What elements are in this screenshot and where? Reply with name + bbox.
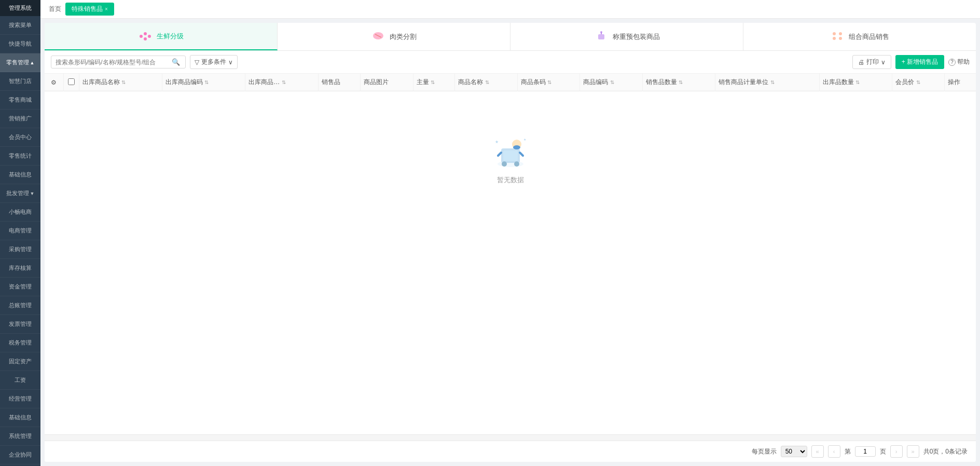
sidebar-item-base-info2[interactable]: 基础信息	[0, 408, 40, 427]
svg-point-1	[144, 32, 147, 35]
sidebar-item-general-ledger[interactable]: 总账管理	[0, 296, 40, 315]
col-sales-goods-label: 销售品	[322, 78, 340, 86]
col-goods-barcode[interactable]: 商品条码	[517, 74, 579, 91]
tab-fresh-grade[interactable]: 生鲜分级	[45, 23, 278, 50]
print-button[interactable]: 🖨 打印 ∨	[852, 55, 891, 69]
sidebar-label-invoice-mgmt: 发票管理	[2, 320, 38, 328]
svg-point-17	[513, 145, 520, 149]
sidebar-item-marketing[interactable]: 营销推广	[0, 109, 40, 128]
col-goods-code[interactable]: 商品编码	[580, 74, 642, 91]
sidebar-label-retail-mall: 零售商城	[2, 96, 38, 104]
settings-icon[interactable]: ⚙	[51, 79, 57, 86]
sidebar-item-inventory[interactable]: 库存核算	[0, 259, 40, 278]
sidebar-item-batch-mgmt[interactable]: 批发管理 ▼	[0, 184, 40, 203]
search-box[interactable]: 🔍	[51, 56, 186, 68]
col-main-qty-label: 主量	[417, 78, 429, 86]
sidebar-item-wages[interactable]: 工资	[0, 371, 40, 390]
table-container: ⚙ 出库商品名称 出库商品编码 出库商品…	[45, 74, 976, 434]
toolbar-right: 🖨 打印 ∨ + 新增销售品 ? 帮助	[852, 55, 970, 69]
first-page-button[interactable]: «	[811, 445, 824, 458]
sidebar-item-smart-store[interactable]: 智慧门店	[0, 72, 40, 91]
svg-line-18	[498, 153, 501, 156]
svg-point-8	[600, 31, 602, 33]
sidebar-label-ecom-mgmt: 电商管理	[2, 227, 38, 235]
sidebar-item-retail-mgmt[interactable]: 零售管理 ▲	[0, 53, 40, 72]
sidebar-label-quick-nav: 快捷导航	[2, 40, 38, 48]
svg-point-0	[140, 35, 143, 38]
svg-point-9	[833, 32, 836, 35]
page-label: 第	[845, 447, 851, 456]
svg-text:★: ★	[495, 140, 499, 144]
sidebar-item-fixed-assets[interactable]: 固定资产	[0, 352, 40, 371]
active-tab[interactable]: 特殊销售品 ×	[65, 3, 114, 16]
sidebar-item-invoice-mgmt[interactable]: 发票管理	[0, 315, 40, 334]
add-sales-item-button[interactable]: + 新增销售品	[895, 55, 944, 69]
sidebar-item-sys-mgmt[interactable]: 系统管理	[0, 427, 40, 446]
sidebar-label-member-center: 会员中心	[2, 133, 38, 141]
next-page-button[interactable]: ›	[890, 445, 903, 458]
col-goods-image-label: 商品图片	[364, 78, 389, 86]
filter-button[interactable]: ▽ 更多条件 ∨	[190, 55, 238, 69]
home-link[interactable]: 首页	[49, 5, 61, 13]
search-input[interactable]	[56, 59, 170, 66]
sidebar-label-retail-stats: 零售统计	[2, 152, 38, 160]
col-checkbox[interactable]	[63, 74, 79, 91]
col-goods-name[interactable]: 商品名称	[455, 74, 517, 91]
prev-page-icon: ‹	[833, 448, 835, 455]
per-page-select[interactable]: 10 20 50 100	[781, 446, 807, 457]
sidebar-item-enterprise[interactable]: 企业协同	[0, 446, 40, 464]
col-sales-goods: 销售品	[318, 74, 361, 91]
per-page-label: 每页显示	[752, 447, 777, 456]
last-page-button[interactable]: »	[907, 445, 919, 458]
select-all-checkbox[interactable]	[68, 78, 75, 85]
col-main-qty[interactable]: 主量	[413, 74, 455, 91]
help-button[interactable]: ? 帮助	[948, 58, 970, 66]
prev-page-button[interactable]: ‹	[828, 445, 840, 458]
svg-point-12	[839, 37, 842, 40]
table-header: ⚙ 出库商品名称 出库商品编码 出库商品…	[45, 74, 976, 91]
sidebar-item-mini-ecom[interactable]: 小畅电商	[0, 203, 40, 222]
sidebar-item-ops-mgmt[interactable]: 经营管理	[0, 390, 40, 408]
sidebar-label-smart-store: 智慧门店	[2, 77, 38, 85]
tab-meat-cut-label: 肉类分割	[390, 32, 417, 42]
sidebar-item-basic-info[interactable]: 基础信息	[0, 166, 40, 184]
sidebar-label-purchase-mgmt: 采购管理	[2, 245, 38, 253]
chevron-down-icon: ▲	[30, 60, 35, 65]
col-out-goods-spec[interactable]: 出库商品…	[245, 74, 318, 91]
sidebar-item-tax-mgmt[interactable]: 税务管理	[0, 334, 40, 352]
total-label: 共0页，0条记录	[923, 447, 968, 456]
empty-row: ★ ★ 暂无数据	[45, 91, 976, 227]
pagination-bar: 每页显示 10 20 50 100 « ‹ 第 页 › » 共0页，0条记录	[45, 441, 976, 462]
page-input[interactable]	[855, 446, 876, 457]
sidebar-item-search-menu[interactable]: 搜索菜单	[0, 16, 40, 35]
sidebar-item-retail-stats[interactable]: 零售统计	[0, 147, 40, 166]
tab-weighed-pack-label: 称重预包装商品	[613, 32, 660, 42]
col-settings[interactable]: ⚙	[45, 74, 63, 91]
sidebar-item-ecom-mgmt[interactable]: 电商管理	[0, 222, 40, 240]
col-member-price[interactable]: 会员价	[892, 74, 944, 91]
col-sales-qty[interactable]: 销售品数量	[642, 74, 715, 91]
sidebar-item-member-center[interactable]: 会员中心	[0, 128, 40, 147]
col-out-goods-name[interactable]: 出库商品名称	[79, 74, 162, 91]
bottom-scrollbar[interactable]	[45, 434, 976, 441]
main-content: 首页 特殊销售品 × 生鲜分级	[40, 0, 980, 466]
tab-close-button[interactable]: ×	[105, 6, 108, 12]
filter-label: 更多条件	[201, 58, 226, 66]
tab-meat-cut[interactable]: 肉类分割	[278, 23, 510, 50]
sidebar-item-quick-nav[interactable]: 快捷导航	[0, 35, 40, 53]
tab-weighed-pack[interactable]: 称重预包装商品	[510, 23, 743, 50]
col-sales-unit[interactable]: 销售商品计量单位	[715, 74, 819, 91]
col-out-goods-name-label: 出库商品名称	[82, 78, 120, 86]
sidebar-item-finance[interactable]: 资金管理	[0, 278, 40, 296]
tab-combo-sales[interactable]: 组合商品销售	[743, 23, 976, 50]
sidebar-label-retail-mgmt: 零售管理	[6, 59, 29, 66]
svg-line-19	[520, 153, 523, 156]
col-operation-label: 操作	[948, 78, 960, 86]
logo-text: 管理系统	[9, 4, 32, 12]
sidebar-item-purchase-mgmt[interactable]: 采购管理	[0, 240, 40, 259]
col-out-qty[interactable]: 出库品数量	[819, 74, 892, 91]
sidebar-item-retail-mall[interactable]: 零售商城	[0, 91, 40, 109]
col-sales-unit-label: 销售商品计量单位	[719, 78, 768, 86]
col-out-goods-code[interactable]: 出库商品编码	[162, 74, 245, 91]
col-goods-image: 商品图片	[361, 74, 413, 91]
